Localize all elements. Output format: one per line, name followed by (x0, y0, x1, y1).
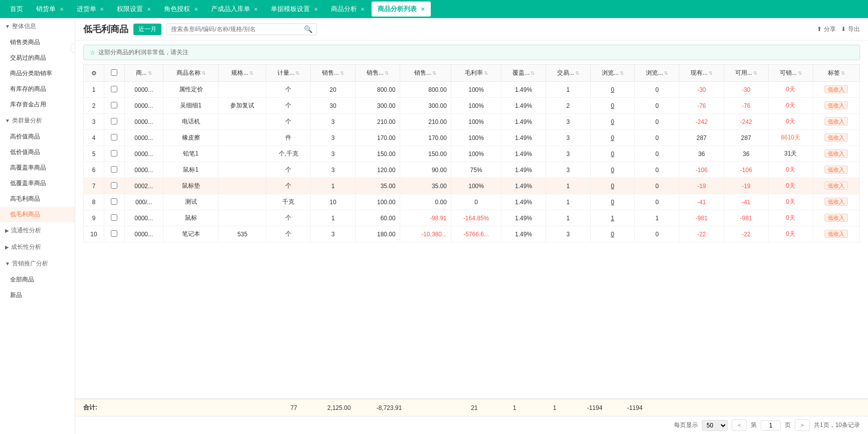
row-available: -981 (724, 210, 769, 226)
col-settings[interactable]: ⚙ (84, 65, 104, 82)
sidebar-section-overall[interactable]: ▼ 整体信息 (0, 18, 75, 35)
col-margin[interactable]: 毛利率⇅ (451, 65, 501, 82)
sidebar-section-circulation[interactable]: ▶ 流通性分析 (0, 222, 75, 239)
sidebar-item-low-margin[interactable]: 低毛利商品 (0, 207, 75, 222)
row-select-checkbox[interactable] (111, 118, 117, 124)
row-checkbox[interactable] (104, 98, 124, 114)
next-page-btn[interactable]: ＞ (795, 419, 810, 431)
row-checkbox[interactable] (104, 194, 124, 210)
col-qty[interactable]: 销售...⇅ (311, 65, 356, 82)
row-browse-link[interactable]: 0 (590, 98, 635, 114)
sidebar-item-stock-funds[interactable]: 库存资金占用 (0, 97, 75, 112)
row-checkbox[interactable] (104, 130, 124, 146)
select-all-checkbox[interactable] (111, 69, 117, 76)
nav-role-auth[interactable]: 角色授权 ✕ (158, 2, 204, 17)
row-select-checkbox[interactable] (111, 166, 117, 173)
row-browse-link[interactable]: 0 (590, 162, 635, 178)
sidebar-item-low-coverage[interactable]: 低覆盖率商品 (0, 176, 75, 191)
col-stock[interactable]: 现有...⇅ (679, 65, 724, 82)
sidebar-item-low-value[interactable]: 低价值商品 (0, 144, 75, 160)
nav-template-settings[interactable]: 单据模板设置 ✕ (265, 2, 324, 17)
row-coverage: 3 (546, 130, 590, 146)
close-icon[interactable]: ✕ (147, 7, 151, 12)
row-browse-link[interactable]: 0 (590, 178, 635, 194)
nav-permissions[interactable]: 权限设置 ✕ (111, 2, 157, 17)
nav-purchase-order[interactable]: 进货单 ✕ (71, 2, 110, 17)
row-checkbox[interactable] (104, 114, 124, 130)
nav-home[interactable]: 首页 (4, 2, 29, 17)
nav-product-analysis[interactable]: 商品分析 ✕ (325, 2, 371, 17)
close-icon[interactable]: ✕ (421, 7, 425, 12)
row-checkbox[interactable] (104, 178, 124, 194)
row-select-checkbox[interactable] (111, 230, 117, 237)
row-select-checkbox[interactable] (111, 102, 117, 108)
row-browse-link[interactable]: 0 (590, 146, 635, 162)
col-sales[interactable]: 销售...⇅ (400, 65, 451, 82)
row-browse-link[interactable]: 0 (590, 194, 635, 210)
col-browse-link[interactable]: 浏览...⇅ (590, 65, 635, 82)
sidebar-item-high-coverage[interactable]: 高覆盖率商品 (0, 160, 75, 176)
sidebar-section-marketing[interactable]: ▼ 营销推广分析 (0, 255, 75, 272)
search-icon[interactable]: 🔍 (304, 25, 312, 33)
col-name[interactable]: 商品名称⇅ (163, 65, 219, 82)
row-checkbox[interactable] (104, 146, 124, 162)
share-icon: ⬆ (817, 26, 822, 33)
row-browse-link[interactable]: 0 (590, 130, 635, 146)
row-select-checkbox[interactable] (111, 86, 117, 92)
nav-product-analysis-list[interactable]: 商品分析列表 ✕ (372, 2, 431, 17)
sidebar-item-new-goods[interactable]: 新品 (0, 287, 75, 303)
col-code[interactable]: 商...⇅ (124, 65, 163, 82)
sidebar-item-high-margin[interactable]: 高毛利商品 (0, 191, 75, 207)
col-tag[interactable]: 标签⇅ (813, 65, 859, 82)
row-checkbox[interactable] (104, 226, 124, 242)
row-browse-link[interactable]: 1 (590, 210, 635, 226)
page-input[interactable] (761, 420, 781, 430)
row-select-checkbox[interactable] (111, 198, 117, 205)
sidebar-section-cluster[interactable]: ▼ 类群量分析 (0, 112, 75, 129)
sidebar-section-growth[interactable]: ▶ 成长性分析 (0, 239, 75, 255)
sidebar-item-in-stock-goods[interactable]: 有库存的商品 (0, 81, 75, 97)
page-size-select[interactable]: 50 100 200 (702, 420, 728, 431)
share-button[interactable]: ⬆ 分享 (817, 25, 836, 34)
export-button[interactable]: ⬇ 导出 (841, 25, 860, 34)
close-icon[interactable]: ✕ (194, 7, 198, 12)
col-unit[interactable]: 计量...⇅ (266, 65, 311, 82)
col-available[interactable]: 可用...⇅ (724, 65, 769, 82)
close-icon[interactable]: ✕ (100, 7, 104, 12)
row-checkbox[interactable] (104, 162, 124, 178)
sidebar-section-cluster-label: 类群量分析 (12, 116, 42, 125)
col-transaction[interactable]: 交易...⇅ (546, 65, 590, 82)
close-icon[interactable]: ✕ (361, 7, 365, 12)
row-browse-link[interactable]: 0 (590, 226, 635, 242)
prev-page-btn[interactable]: ＜ (732, 419, 747, 431)
close-icon[interactable]: ✕ (254, 7, 258, 12)
close-icon[interactable]: ✕ (60, 7, 64, 12)
col-spec[interactable]: 规格...⇅ (219, 65, 266, 82)
row-select-checkbox[interactable] (111, 214, 117, 221)
row-checkbox[interactable] (104, 210, 124, 226)
col-browse[interactable]: 浏览...⇅ (635, 65, 679, 82)
col-checkbox[interactable] (104, 65, 124, 82)
col-sellable[interactable]: 可销...⇅ (768, 65, 813, 82)
sidebar-item-category-sales-rate[interactable]: 商品分类助销率 (0, 66, 75, 81)
table-row: 8 000/... 测试 千克 10 100.00 0.00 0 1.49% 1… (84, 194, 860, 210)
nav-product-entry[interactable]: 产成品入库单 ✕ (205, 2, 264, 17)
row-available: 287 (724, 130, 769, 146)
close-icon[interactable]: ✕ (314, 7, 318, 12)
nav-sales-order[interactable]: 销货单 ✕ (30, 2, 70, 17)
period-button[interactable]: 近一月 (133, 24, 161, 35)
row-select-checkbox[interactable] (111, 134, 117, 140)
row-checkbox[interactable] (104, 82, 124, 98)
sidebar-item-high-value[interactable]: 高价值商品 (0, 129, 75, 144)
table-container[interactable]: ⚙ 商...⇅ 商品名称⇅ 规格...⇅ 计量...⇅ 销售...⇅ 销售...… (75, 64, 868, 398)
row-browse-link[interactable]: 0 (590, 82, 635, 98)
row-select-checkbox[interactable] (111, 150, 117, 157)
col-coverage[interactable]: 覆盖...⇅ (501, 65, 546, 82)
sidebar-item-all-goods[interactable]: 全部商品 (0, 272, 75, 287)
search-input[interactable] (171, 26, 304, 33)
col-price[interactable]: 销售...⇅ (355, 65, 400, 82)
sidebar-item-sales-goods[interactable]: 销售类商品 (0, 35, 75, 50)
row-select-checkbox[interactable] (111, 182, 117, 189)
sidebar-item-traded-goods[interactable]: 交易过的商品 (0, 50, 75, 66)
row-browse-link[interactable]: 0 (590, 114, 635, 130)
